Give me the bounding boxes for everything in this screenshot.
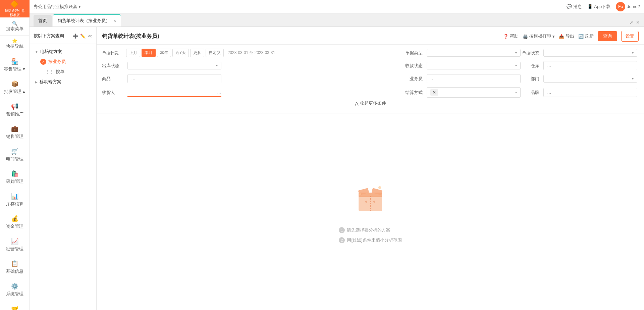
brand-selector[interactable]: …: [543, 88, 637, 97]
export-button[interactable]: 📤 导出: [559, 33, 574, 39]
refresh-button[interactable]: 🔄 刷新: [578, 33, 594, 39]
search-menu[interactable]: 🔍 搜索菜单: [0, 17, 29, 36]
sidebar-item-purchase[interactable]: 🛍️ 采购管理: [0, 166, 29, 189]
sidebar-item-coop[interactable]: 🤝 企业协同: [0, 301, 29, 310]
type-label: 单据类型: [405, 50, 425, 56]
tab-home[interactable]: 首页: [34, 15, 52, 27]
goods-selector[interactable]: …: [127, 74, 221, 83]
sidebar-item-wholesale[interactable]: 📦 批发管理 ▴: [0, 76, 29, 99]
sales-icon: 💼: [11, 125, 18, 133]
status-label: 单据状态: [522, 50, 542, 56]
dept-label: 部门: [522, 76, 542, 82]
sidebar-item-retail[interactable]: 🏪 零售管理 ▾: [0, 54, 29, 76]
empty-state: 1 请先选择要分析的方案 2 用[过滤]条件来缩小分析范围: [97, 113, 644, 310]
date-btn-this-month[interactable]: 本月: [142, 49, 156, 57]
svg-point-5: [378, 186, 381, 189]
operation-icon: 📈: [11, 238, 18, 245]
ecom-icon: 🛒: [11, 148, 18, 155]
out-status-dropdown-arrow: ▾: [216, 64, 218, 67]
type-selector[interactable]: ▾: [427, 49, 521, 57]
close-window-button[interactable]: ✕: [636, 20, 640, 25]
settings-button[interactable]: 设置: [621, 31, 639, 42]
user-avatar-area[interactable]: Ea demo2: [616, 2, 640, 11]
out-status-selector[interactable]: ▾: [127, 62, 221, 69]
date-btn-7days[interactable]: 近7天: [172, 49, 189, 57]
payment-method-selector[interactable]: ✕ ▾: [427, 87, 521, 98]
receiver-input[interactable]: [129, 88, 216, 96]
filter-row-3: 商品 … 业务员 … 部门 ▾: [102, 74, 639, 83]
home-tab-label: 首页: [38, 18, 47, 24]
receiver-clear-btn[interactable]: …: [217, 90, 221, 95]
edit-scheme-icon[interactable]: ✏️: [80, 34, 86, 39]
tree-item-by-salesman[interactable]: ✓ 按业务员: [30, 57, 96, 67]
content-area: 按以下方案查询 ➕ ✏️ ≪ ▼ 电脑端方案 ✓ 按业务员 ⋮⋮ 按单: [30, 27, 644, 310]
by-order-label: 按单: [56, 69, 64, 75]
left-panel-header: 按以下方案查询 ➕ ✏️ ≪: [30, 31, 96, 41]
dept-selector[interactable]: ▾: [543, 75, 637, 83]
payment-status-label: 收款状态: [405, 63, 425, 69]
empty-illustration: [350, 177, 390, 218]
current-tab-label: 销货单统计表（按业务员）: [58, 18, 110, 24]
date-btn-more[interactable]: 更多: [190, 49, 204, 57]
page-header: 销货单统计表(按业务员) ❓ 帮助 🖨️ 按模板打印 ▾ 📤 导出: [97, 27, 644, 45]
help-button[interactable]: ❓ 帮助: [503, 33, 519, 39]
main-area: 办公用品行业模拟账套 ▾ 💬 消息 📱 App下载 Ea demo2 首页 销货…: [30, 0, 644, 310]
date-btn-custom[interactable]: 自定义: [206, 49, 224, 57]
collapse-panel-icon[interactable]: ≪: [88, 34, 92, 39]
tree-desktop-label: 电脑端方案: [40, 49, 62, 55]
logo-text: 畅捷通好生意: [5, 9, 25, 13]
industry-name: 办公用品行业模拟账套: [34, 4, 77, 10]
app-logo[interactable]: 🔶 畅捷通好生意 标准版: [0, 0, 30, 17]
date-btn-this-year[interactable]: 本年: [157, 49, 171, 57]
dept-dropdown-arrow: ▾: [632, 77, 634, 81]
close-tab-button[interactable]: ×: [113, 18, 116, 23]
warehouse-label: 仓库: [522, 63, 542, 69]
out-status-label: 出库状态: [102, 63, 126, 69]
date-label: 单据日期: [102, 50, 126, 56]
filter-row-1: 单据日期 上月 本月 本年 近7天 更多 自定义 2023-03-01 至 20…: [102, 49, 639, 57]
tab-current[interactable]: 销货单统计表（按业务员） ×: [53, 14, 121, 27]
basic-icon: 📋: [11, 260, 18, 267]
receiver-label: 收货人: [102, 90, 126, 96]
salesman-selector[interactable]: …: [427, 74, 521, 83]
sidebar-item-ecom[interactable]: 🛒 电商管理: [0, 144, 29, 166]
add-scheme-icon[interactable]: ➕: [73, 34, 78, 39]
sidebar-item-sales[interactable]: 💼 销售管理: [0, 121, 29, 144]
goods-label: 商品: [102, 76, 126, 82]
sidebar: 🔶 畅捷通好生意 标准版 🔍 搜索菜单 ⭐ 快捷导航 🏪 零售管理 ▾ 📦 批发…: [0, 0, 30, 310]
maximize-button[interactable]: ⤢: [629, 20, 633, 25]
header-right: 💬 消息 📱 App下载 Ea demo2: [567, 2, 640, 11]
sidebar-item-inventory[interactable]: 📊 库存核算: [0, 189, 29, 211]
message-btn[interactable]: 💬 消息: [567, 4, 582, 10]
payment-status-selector[interactable]: ▾: [427, 62, 521, 69]
collapse-filter-button[interactable]: ⋀ 收起更多条件: [102, 98, 639, 109]
sidebar-item-marketing[interactable]: 📢 营销推广: [0, 99, 29, 121]
wholesale-icon: 📦: [11, 80, 18, 88]
app-download-btn[interactable]: 📱 App下载: [587, 4, 610, 10]
nav-icon: ⭐: [0, 38, 29, 43]
industry-selector[interactable]: 办公用品行业模拟账套 ▾: [34, 4, 81, 10]
svg-point-8: [373, 201, 375, 203]
sidebar-item-operation[interactable]: 📈 经营管理: [0, 234, 29, 256]
username: demo2: [627, 4, 640, 9]
quick-nav[interactable]: ⭐ 快捷导航: [0, 36, 29, 52]
date-btn-prev-month[interactable]: 上月: [126, 49, 140, 57]
status-selector[interactable]: ▾: [543, 49, 637, 57]
page-actions: ❓ 帮助 🖨️ 按模板打印 ▾ 📤 导出 🔄 刷新: [503, 31, 639, 42]
warehouse-selector[interactable]: …: [543, 61, 637, 70]
status-dropdown-arrow: ▾: [632, 51, 634, 55]
panel-icon-group: ➕ ✏️ ≪: [73, 34, 92, 39]
tree-expand-icon: ▼: [35, 50, 38, 54]
tree-mobile-group[interactable]: ▶ 移动端方案: [30, 77, 96, 87]
sidebar-item-finance[interactable]: 💰 资金管理: [0, 211, 29, 234]
sidebar-item-system[interactable]: ⚙️ 系统管理: [0, 278, 29, 301]
sidebar-item-basic[interactable]: 📋 基础信息: [0, 256, 29, 278]
tree-desktop-group[interactable]: ▼ 电脑端方案: [30, 47, 96, 57]
print-button[interactable]: 🖨️ 按模板打印 ▾: [523, 33, 555, 39]
tree-item-by-order[interactable]: ⋮⋮ 按单: [30, 67, 96, 77]
filter-area: 单据日期 上月 本月 本年 近7天 更多 自定义 2023-03-01 至 20…: [97, 45, 644, 113]
query-button[interactable]: 查询: [598, 31, 617, 41]
print-arrow: ▾: [552, 34, 555, 39]
system-icon: ⚙️: [11, 282, 18, 290]
brand-label: 品牌: [522, 90, 542, 96]
